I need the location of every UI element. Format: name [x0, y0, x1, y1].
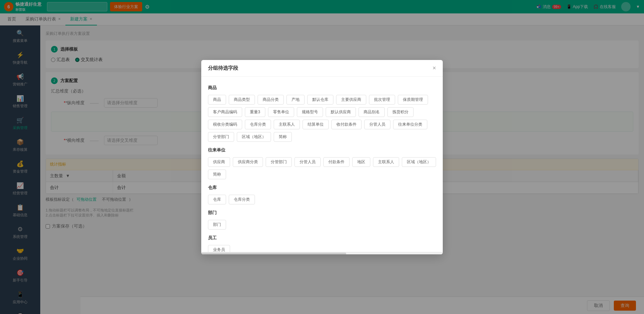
- section-partner-title: 往来单位: [208, 147, 436, 153]
- field-chip[interactable]: 分管部门: [266, 157, 292, 167]
- fields-grid-dept: 部门: [208, 220, 436, 230]
- field-chip[interactable]: 区域（地区）: [402, 157, 436, 167]
- field-chip[interactable]: 供应商: [208, 157, 230, 167]
- field-chip[interactable]: 税收分类编码: [208, 120, 242, 129]
- section-goods-title: 商品: [208, 85, 436, 91]
- field-chip[interactable]: 主联系人: [274, 120, 300, 129]
- field-chip[interactable]: 简称: [274, 132, 292, 142]
- fields-grid-goods: 商品 商品类型 商品分类 产地 默认仓库 主要供应商 批次管理 保质期管理 客户…: [208, 95, 436, 142]
- field-chip[interactable]: 仓库: [208, 195, 226, 204]
- field-chip[interactable]: 分管人员: [364, 120, 390, 129]
- fields-grid-warehouse: 仓库 仓库分类: [208, 195, 436, 204]
- modal-body: 商品 商品 商品类型 商品分类 产地 默认仓库 主要供应商 批次管理 保质期管理…: [201, 77, 443, 252]
- field-chip[interactable]: 默认仓库: [307, 95, 333, 105]
- modal-header: 分组待选字段 ×: [201, 60, 443, 77]
- field-chip[interactable]: 重量3: [245, 107, 265, 117]
- field-chip[interactable]: 往来单位分类: [393, 120, 427, 129]
- field-chip[interactable]: 业务员: [208, 245, 230, 252]
- modal-horizontal-scrollbar[interactable]: [201, 252, 443, 254]
- field-chip[interactable]: 商品别名: [359, 107, 385, 117]
- fields-grid-partner: 供应商 供应商分类 分管部门 分管人员 付款条件 地区 主联系人 区域（地区） …: [208, 157, 436, 179]
- section-dept-title: 部门: [208, 210, 436, 216]
- field-chip[interactable]: 分管人员: [294, 157, 321, 167]
- field-chip[interactable]: 商品: [208, 95, 226, 105]
- modal-overlay[interactable]: 分组待选字段 × 商品 商品 商品类型 商品分类 产地 默认仓库 主要供应商 批…: [0, 0, 644, 314]
- field-chip[interactable]: 主要供应商: [336, 95, 366, 105]
- field-chip[interactable]: 供应商分类: [233, 157, 263, 167]
- modal-title: 分组待选字段: [208, 65, 238, 71]
- fields-grid-employee: 业务员: [208, 245, 436, 252]
- field-chip[interactable]: 拣货积分: [387, 107, 414, 117]
- field-chip[interactable]: 保质期管理: [398, 95, 428, 105]
- field-chip[interactable]: 仓库分类: [229, 195, 255, 204]
- field-chip[interactable]: 地区: [352, 157, 370, 167]
- field-chip[interactable]: 区域（地区）: [237, 132, 271, 142]
- field-chip[interactable]: 主联系人: [373, 157, 399, 167]
- field-chip[interactable]: 部门: [208, 220, 226, 230]
- field-chip[interactable]: 批次管理: [369, 95, 395, 105]
- modal-scroll-thumb: [201, 253, 346, 254]
- field-chip[interactable]: 简称: [208, 170, 226, 179]
- field-chip[interactable]: 分管部门: [208, 132, 234, 142]
- modal: 分组待选字段 × 商品 商品 商品类型 商品分类 产地 默认仓库 主要供应商 批…: [201, 60, 443, 254]
- section-warehouse-title: 仓库: [208, 185, 436, 191]
- field-chip[interactable]: 付款条件: [323, 157, 350, 167]
- field-chip[interactable]: 规格型号: [297, 107, 323, 117]
- field-chip[interactable]: 仓库分类: [245, 120, 271, 129]
- field-chip[interactable]: 收付款条件: [331, 120, 362, 129]
- field-chip[interactable]: 产地: [286, 95, 305, 105]
- field-chip[interactable]: 零售单位: [268, 107, 294, 117]
- modal-close-btn[interactable]: ×: [432, 65, 436, 72]
- field-chip[interactable]: 客户商品编码: [208, 107, 242, 117]
- field-chip[interactable]: 商品类型: [229, 95, 255, 105]
- field-chip[interactable]: 结算单位: [303, 120, 329, 129]
- section-employee-title: 员工: [208, 235, 436, 241]
- field-chip[interactable]: 商品分类: [258, 95, 284, 105]
- field-chip[interactable]: 默认供应商: [326, 107, 356, 117]
